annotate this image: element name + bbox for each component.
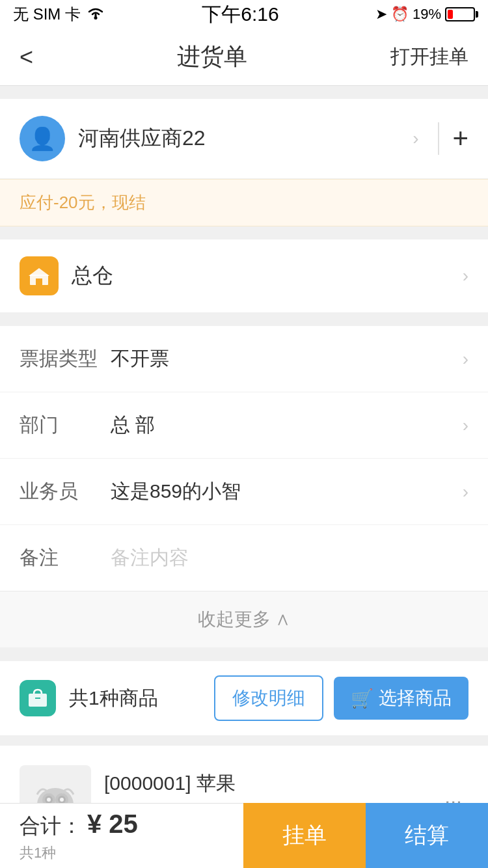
select-product-button[interactable]: 🛒 选择商品 (334, 677, 468, 720)
supplier-card: 👤 河南供应商22 › + 应付-20元，现结 (0, 99, 488, 226)
section-divider-3 (0, 312, 488, 325)
supplier-name: 河南供应商22 (78, 124, 413, 153)
vertical-divider (438, 122, 439, 155)
checkout-button[interactable]: 结算 (366, 803, 488, 868)
chevron-right-icon: › (463, 349, 468, 370)
remark-row[interactable]: 备注 备注内容 (0, 524, 488, 591)
location-icon: ➤ (375, 6, 387, 23)
product-code: [0000001] (104, 772, 191, 794)
section-divider-1 (0, 86, 488, 99)
supplier-row[interactable]: 👤 河南供应商22 › + (0, 99, 488, 179)
warehouse-card: 总仓 › (0, 239, 488, 312)
bottom-total: 合计： ¥ 25 共1种 (0, 803, 243, 868)
total-amount: ¥ 25 (87, 809, 138, 839)
ticket-type-value: 不开票 (111, 346, 463, 372)
remark-label: 备注 (20, 545, 111, 571)
products-header: 共1种商品 修改明细 🛒 选择商品 (0, 660, 488, 735)
status-right: ➤ ⏰ 19% (375, 6, 475, 23)
salesman-value: 这是859的小智 (111, 478, 463, 505)
ticket-type-row[interactable]: 票据类型 不开票 › (0, 325, 488, 392)
cart-icon: 🛒 (351, 688, 373, 709)
carrier-label: 无 SIM 卡 (13, 4, 81, 25)
chevron-right-icon: › (463, 265, 468, 286)
ticket-type-label: 票据类型 (20, 346, 111, 372)
open-hang-button[interactable]: 打开挂单 (390, 44, 468, 70)
svg-point-12 (60, 798, 64, 802)
notice-text: 应付-20元，现结 (20, 193, 146, 212)
products-count: 共1种商品 (69, 685, 214, 712)
remark-placeholder: 备注内容 (111, 545, 468, 571)
chevron-right-icon: › (413, 128, 418, 149)
svg-rect-5 (35, 698, 40, 699)
bottom-bar: 合计： ¥ 25 共1种 挂单 结算 (0, 803, 488, 868)
nav-bar: < 进货单 打开挂单 (0, 29, 488, 86)
svg-rect-4 (29, 694, 47, 707)
edit-detail-button[interactable]: 修改明细 (214, 675, 323, 721)
form-card: 票据类型 不开票 › 部门 总 部 › 业务员 这是859的小智 › 备注 备注… (0, 325, 488, 591)
total-main: 合计： ¥ 25 (20, 809, 224, 841)
status-bar: 无 SIM 卡 下午6:16 ➤ ⏰ 19% (0, 0, 488, 29)
select-product-label: 选择商品 (379, 686, 452, 711)
salesman-row[interactable]: 业务员 这是859的小智 › (0, 458, 488, 524)
products-icon (20, 680, 56, 716)
warehouse-row[interactable]: 总仓 › (0, 239, 488, 312)
collapse-button[interactable]: 收起更多 ∧ (0, 591, 488, 647)
status-left: 无 SIM 卡 (13, 4, 105, 25)
chevron-right-icon: › (463, 415, 468, 436)
svg-point-11 (47, 798, 51, 802)
wifi-icon (86, 5, 105, 23)
svg-marker-2 (29, 268, 49, 276)
section-divider-4 (0, 647, 488, 660)
hang-button[interactable]: 挂单 (243, 803, 366, 868)
product-name: [0000001] 苹果 (104, 770, 438, 797)
back-button[interactable]: < (20, 44, 33, 71)
section-divider-2 (0, 226, 488, 239)
page-title: 进货单 (177, 41, 247, 73)
total-sub: 共1种 (20, 843, 224, 863)
salesman-label: 业务员 (20, 478, 111, 505)
battery-percent: 19% (413, 6, 441, 23)
status-time: 下午6:16 (202, 1, 278, 28)
department-label: 部门 (20, 412, 111, 439)
add-supplier-button[interactable]: + (452, 125, 468, 152)
svg-point-0 (94, 16, 98, 20)
product-title: 苹果 (197, 772, 236, 794)
department-value: 总 部 (111, 412, 463, 439)
alarm-icon: ⏰ (391, 6, 409, 23)
avatar: 👤 (20, 116, 65, 161)
collapse-label: 收起更多 ∧ (198, 609, 291, 629)
warehouse-icon (20, 256, 59, 295)
warehouse-name: 总仓 (72, 262, 463, 290)
notice-banner: 应付-20元，现结 (0, 179, 488, 226)
total-label: 合计： (20, 812, 82, 841)
department-row[interactable]: 部门 总 部 › (0, 392, 488, 458)
person-icon: 👤 (29, 126, 56, 152)
svg-rect-3 (36, 278, 42, 285)
chevron-right-icon: › (463, 481, 468, 502)
battery-icon (445, 7, 475, 21)
